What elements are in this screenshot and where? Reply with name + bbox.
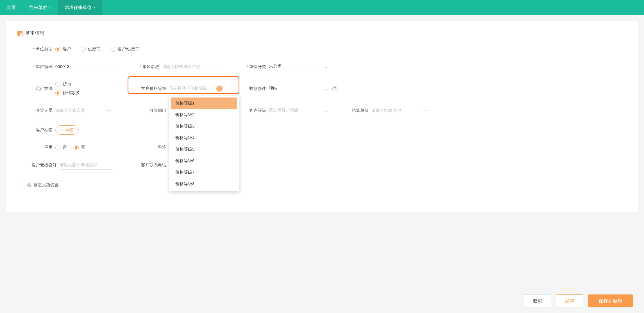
- label-unit-name: * 单位名称: [133, 64, 159, 69]
- unit-name-input[interactable]: [162, 62, 221, 71]
- label-manager: 分管人员: [26, 108, 53, 113]
- label-unit-code: * 单位编码: [26, 64, 53, 69]
- radio-icon: [110, 47, 115, 52]
- gear-icon: [27, 183, 31, 187]
- label-unit-type: * 单位类型: [26, 46, 53, 52]
- radio-icon: [81, 47, 86, 52]
- label-customer-grade: 客户等级: [239, 108, 266, 113]
- label-tags: 客户标签: [26, 127, 53, 133]
- chevron-up-icon: ˄: [216, 85, 223, 92]
- settle-unit-input[interactable]: [371, 106, 419, 115]
- payment-terms-select[interactable]: 现结 ⌄: [269, 84, 328, 93]
- price-level-select[interactable]: 请选择客户价格等级 ˄: [169, 84, 223, 93]
- pricing-method-radio-group: 折扣 价格等级: [55, 81, 80, 96]
- boss-pref-input[interactable]: [60, 160, 113, 170]
- dropdown-item[interactable]: 价格等级6: [171, 155, 237, 167]
- radio-level[interactable]: 价格等级: [55, 90, 80, 96]
- tab-label: 新增往来单位: [65, 5, 92, 11]
- label-pricing-method: 定价方法: [26, 86, 53, 91]
- chevron-down-icon: ⌄: [324, 86, 328, 91]
- unit-type-radio-group: 客户 供应商 客户/供应商: [55, 46, 140, 52]
- radio-no[interactable]: 否: [74, 145, 85, 150]
- radio-icon: [55, 47, 60, 52]
- help-icon[interactable]: ?: [332, 86, 337, 91]
- chevron-down-icon: ⌄: [324, 108, 328, 113]
- dropdown-item[interactable]: 价格等级3: [171, 121, 237, 132]
- radio-discount[interactable]: 折扣: [55, 81, 80, 87]
- radio-both[interactable]: 客户/供应商: [110, 46, 140, 52]
- label-payment-terms: 收款条件: [239, 86, 266, 91]
- dropdown-item[interactable]: 价格等级1: [171, 97, 237, 109]
- required-star: *: [33, 47, 35, 51]
- label-boss-pref: 客户老板喜好: [26, 162, 57, 168]
- label-settle-unit: 结算单位: [346, 108, 369, 113]
- form-area: * 单位类型 客户 供应商 客户/供应商: [17, 46, 627, 190]
- plus-icon: +: [61, 128, 63, 132]
- required-star: *: [140, 64, 141, 69]
- dropdown-scroll[interactable]: 价格等级1 价格等级2 价格等级3 价格等级4 价格等级5 价格等级6 价格等级…: [171, 97, 238, 190]
- tab-new[interactable]: 新增往来单位 ×: [58, 0, 102, 15]
- label-contact-phone: 客户联系电话: [133, 162, 166, 168]
- label-price-level: 客户价格等级: [133, 86, 166, 91]
- tab-label: 往来单位: [29, 5, 47, 11]
- price-level-dropdown: 价格等级1 价格等级2 价格等级3 价格等级4 价格等级5 价格等级6 价格等级…: [169, 96, 239, 191]
- add-tag-button[interactable]: + 标签: [55, 125, 79, 135]
- radio-supplier[interactable]: 供应商: [81, 46, 101, 52]
- label-department: 分管部门: [133, 108, 166, 113]
- dropdown-item[interactable]: 价格等级5: [171, 144, 237, 155]
- radio-customer[interactable]: 客户: [55, 46, 71, 52]
- dropdown-item[interactable]: 价格等级7: [171, 167, 237, 178]
- close-icon[interactable]: ×: [93, 5, 96, 10]
- customer-grade-select[interactable]: 请选择客户等级 ⌄: [269, 106, 328, 115]
- chevron-down-icon: ⌄: [324, 64, 328, 69]
- form-icon: [17, 31, 22, 36]
- more-icon[interactable]: ···: [106, 108, 112, 114]
- radio-yes[interactable]: 是: [55, 145, 67, 150]
- tab-home[interactable]: 首页: [0, 0, 22, 15]
- manager-input[interactable]: [55, 106, 103, 115]
- radio-icon: [55, 82, 60, 87]
- close-icon[interactable]: ×: [49, 5, 51, 10]
- label-remark: 备注: [133, 145, 166, 150]
- tab-label: 首页: [7, 5, 16, 11]
- radio-icon: [55, 90, 60, 96]
- dropdown-item[interactable]: 价格等级2: [171, 109, 237, 121]
- required-star: *: [247, 64, 248, 69]
- dropdown-item[interactable]: 价格等级8: [171, 178, 237, 190]
- section-header: 基本信息: [17, 30, 627, 36]
- section-title: 基本信息: [25, 30, 44, 36]
- page-card: 基本信息 * 单位类型 客户 供应商: [6, 21, 638, 212]
- tab-bar: 首页 往来单位 × 新增往来单位 ×: [0, 0, 644, 15]
- tab-list[interactable]: 往来单位 ×: [22, 0, 58, 15]
- unit-code-input[interactable]: [55, 62, 114, 71]
- unit-category-select[interactable]: 未分类 ⌄: [269, 62, 328, 71]
- label-unit-category: * 单位分类: [239, 64, 266, 69]
- dropdown-item[interactable]: 价格等级4: [171, 132, 237, 144]
- label-disabled: 停用: [26, 145, 53, 150]
- more-icon[interactable]: ···: [422, 108, 428, 114]
- radio-icon: [74, 145, 79, 150]
- radio-icon: [55, 145, 60, 150]
- required-star: *: [33, 64, 35, 69]
- custom-settings-button[interactable]: 自定义项设置: [23, 180, 63, 190]
